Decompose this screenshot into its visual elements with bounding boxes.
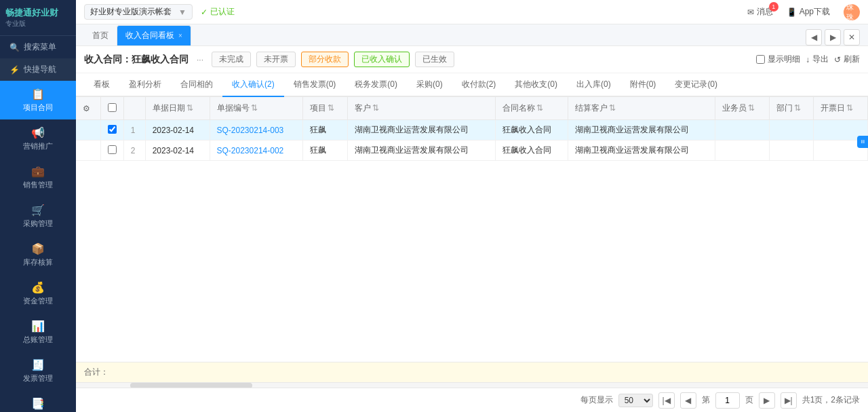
row-salesperson	[715, 120, 769, 141]
status-notopen-button[interactable]: 未开票	[256, 52, 296, 67]
last-page-button[interactable]: ▶|	[781, 392, 797, 409]
tab-tax-invoice[interactable]: 税务发票(0)	[345, 73, 407, 97]
row-project: 狂飙	[303, 120, 348, 141]
table-footer: 合计：	[76, 362, 868, 382]
prev-page-button[interactable]: ◀	[680, 392, 696, 409]
sidebar-item-purchase-label: 采购管理	[23, 219, 53, 229]
topbar-right: ✉ 1 消息 📱 App下载 珠珠	[745, 4, 860, 20]
tabbar: 首页 收入合同看板 × ◀ ▶ ✕	[76, 24, 868, 46]
app-logo: 畅捷通好业财 专业版	[0, 0, 76, 36]
tab-attachments[interactable]: 附件(0)	[620, 73, 666, 97]
tab-changes[interactable]: 变更记录(0)	[665, 73, 727, 97]
contract-col-header[interactable]: 合同名称⇅	[495, 97, 568, 120]
sidebar-item-capital[interactable]: 💰 资金管理	[0, 274, 76, 313]
tab-related[interactable]: 合同相的	[171, 73, 222, 97]
dept-sort-icon: ⇅	[794, 103, 801, 113]
page-input[interactable]	[715, 392, 740, 409]
search-icon: 🔍	[9, 43, 20, 52]
status-effective-button[interactable]: 已生效	[415, 52, 454, 67]
opendate-col-header[interactable]: 开票日⇅	[814, 97, 868, 120]
marketing-icon: 📢	[31, 126, 45, 139]
company-selector[interactable]: 好业财专业版演示帐套 ▼	[84, 4, 193, 20]
refresh-button[interactable]: ↺ 刷新	[834, 54, 860, 65]
per-page-label: 每页显示	[580, 394, 613, 406]
sidebar: 畅捷通好业财 专业版 🔍 搜索菜单 ⚡ 快捷导航 📋 项目合同 📢 营销推广 💼…	[0, 0, 76, 412]
inventory-icon: 📦	[31, 242, 45, 255]
sidebar-item-inventory[interactable]: 📦 库存核算	[0, 236, 76, 274]
sidebar-item-general-label: 总账管理	[23, 335, 53, 345]
row-result-customer: 湖南卫视商业运营发展有限公司	[568, 141, 715, 161]
row-checkbox[interactable]	[100, 141, 123, 161]
content-area: 收入合同：狂飙收入合同 ··· 未完成 未开票 部分收款 已收入确认 已生效 显…	[76, 46, 868, 412]
tab-revenue-confirm[interactable]: 收入确认(2)	[222, 73, 284, 97]
tab-purchase[interactable]: 采购(0)	[407, 73, 452, 97]
table-row[interactable]: 2 2023-02-14 SQ-20230214-002 狂飙 湖南卫视商业运营…	[76, 141, 868, 161]
row-dept	[769, 141, 814, 161]
show-detail-checkbox[interactable]	[756, 55, 765, 64]
tab-payment[interactable]: 收付款(2)	[452, 73, 506, 97]
certified-badge: 已认证	[201, 6, 235, 18]
sidebar-item-marketing[interactable]: 📢 营销推广	[0, 119, 76, 158]
message-button[interactable]: ✉ 1 消息	[745, 6, 773, 18]
customer-col-header[interactable]: 客户⇅	[348, 97, 496, 120]
date-col-header[interactable]: 单据日期⇅	[145, 97, 210, 120]
salesperson-col-header[interactable]: 业务员⇅	[715, 97, 769, 120]
export-button[interactable]: ↓ 导出	[806, 54, 829, 65]
app-download-button[interactable]: 📱 App下载	[784, 6, 830, 18]
download-icon: 📱	[787, 7, 797, 17]
tab-home[interactable]: 首页	[84, 26, 117, 45]
page-suffix: 页	[745, 394, 753, 406]
sidebar-item-project[interactable]: 📋 项目合同	[0, 81, 76, 119]
settings-col-header[interactable]: ⚙	[76, 97, 100, 120]
project-col-header[interactable]: 项目⇅	[303, 97, 348, 120]
tab-board[interactable]: 看板	[84, 73, 119, 97]
row-customer: 湖南卫视商业运营发展有限公司	[348, 141, 496, 161]
table-row[interactable]: 1 2023-02-14 SQ-20230214-003 狂飙 湖南卫视商业运营…	[76, 120, 868, 141]
tab-close-icon[interactable]: ×	[178, 32, 182, 39]
row-checkbox[interactable]	[100, 120, 123, 141]
refresh-icon: ↺	[834, 55, 841, 64]
sidebar-item-tax[interactable]: 📑 税务管理	[0, 390, 76, 412]
more-button[interactable]: ···	[194, 55, 206, 64]
first-page-button[interactable]: |◀	[658, 392, 675, 409]
tab-profit[interactable]: 盈利分析	[119, 73, 171, 97]
right-panel-toggle[interactable]: ≡	[857, 136, 868, 148]
row-date: 2023-02-14	[145, 141, 210, 161]
tab-close-button[interactable]: ✕	[844, 29, 860, 45]
row-salesperson	[715, 141, 769, 161]
row-number: SQ-20230214-002	[210, 141, 303, 161]
result-customer-col-header[interactable]: 结算客户⇅	[568, 97, 715, 120]
sidebar-item-invoice[interactable]: 🧾 发票管理	[0, 352, 76, 390]
row-settings[interactable]	[76, 141, 100, 161]
main-area: 好业财专业版演示帐套 ▼ 已认证 ✉ 1 消息 📱 App下载 珠珠	[76, 0, 868, 412]
sidebar-item-sales[interactable]: 💼 销售管理	[0, 158, 76, 197]
sidebar-item-purchase[interactable]: 🛒 采购管理	[0, 197, 76, 236]
select-all-checkbox[interactable]	[108, 103, 117, 112]
content-header: 收入合同：狂飙收入合同 ··· 未完成 未开票 部分收款 已收入确认 已生效 显…	[76, 46, 868, 73]
app-name: 畅捷通好业财	[5, 7, 71, 19]
user-avatar-area[interactable]: 珠珠	[841, 4, 860, 20]
sidebar-item-general[interactable]: 📊 总账管理	[0, 313, 76, 352]
number-col-header[interactable]: 单据编号⇅	[210, 97, 303, 120]
capital-icon: 💰	[31, 281, 45, 294]
tab-contract-board[interactable]: 收入合同看板 ×	[117, 25, 191, 45]
tab-prev-button[interactable]: ◀	[806, 29, 822, 45]
tab-next-button[interactable]: ▶	[825, 29, 841, 45]
row-contract: 狂飙收入合同	[495, 141, 568, 161]
tab-warehouse[interactable]: 出入库(0)	[567, 73, 620, 97]
export-icon: ↓	[806, 55, 810, 64]
tab-other[interactable]: 其他收支(0)	[505, 73, 567, 97]
dept-col-header[interactable]: 部门⇅	[769, 97, 814, 120]
status-partial-button[interactable]: 部分收款	[301, 52, 349, 67]
next-page-button[interactable]: ▶	[759, 392, 775, 409]
tab-sales-invoice[interactable]: 销售发票(0)	[284, 73, 346, 97]
project-icon: 📋	[31, 88, 45, 100]
row-settings[interactable]	[76, 120, 100, 141]
status-incomplete-button[interactable]: 未完成	[212, 52, 251, 67]
sidebar-item-search[interactable]: 🔍 搜索菜单	[0, 36, 76, 58]
row-project: 狂飙	[303, 141, 348, 161]
status-confirmed-button[interactable]: 已收入确认	[354, 52, 410, 67]
sidebar-item-nav[interactable]: ⚡ 快捷导航	[0, 58, 76, 81]
per-page-select[interactable]: 20 50 100	[618, 394, 653, 407]
show-detail-toggle[interactable]: 显示明细	[756, 54, 800, 65]
